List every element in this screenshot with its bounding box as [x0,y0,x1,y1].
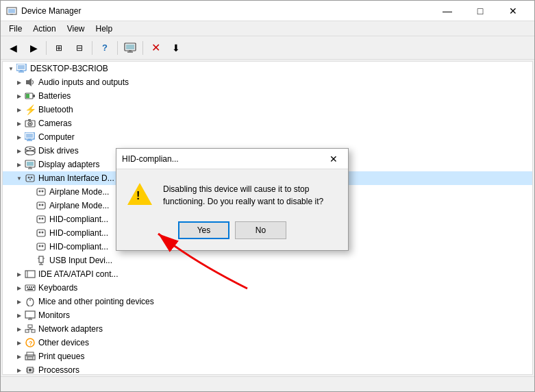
dialog-body: Disabling this device will cause it to s… [116,169,348,216]
svg-line-74 [30,329,34,330]
svg-rect-29 [27,162,34,166]
yes-button[interactable]: Yes [178,221,229,239]
display-arrow: ▶ [14,159,25,170]
warning-icon [127,183,152,208]
svg-point-43 [39,218,41,220]
tree-network[interactable]: ▶ Network adapters [3,322,532,336]
dialog-buttons: Yes No [116,216,348,250]
svg-rect-1 [8,9,15,13]
toolbar-sep-4 [142,41,143,55]
bluetooth-icon: ⚡ [25,104,36,115]
hid-1-arrow: ▶ [25,214,36,225]
tree-usb[interactable]: ▶ USB Input Devi... [3,254,532,267]
menu-file[interactable]: File [3,21,27,36]
ide-label: IDE ATA/ATAPI cont... [38,269,118,279]
menu-view[interactable]: View [62,21,90,36]
toolbar-scan[interactable]: ⬇ [166,39,186,57]
monitors-arrow: ▶ [14,310,25,321]
hid-3-label: HID-compliant... [49,242,108,252]
toolbar-help[interactable]: ? [95,39,114,57]
print-arrow: ▶ [14,351,25,362]
hid-3-icon [36,241,47,252]
audio-label: Audio inputs and outputs [38,77,129,87]
maximize-button[interactable]: □ [464,1,496,21]
svg-point-49 [39,245,41,247]
keyboards-arrow: ▶ [14,282,25,293]
processors-arrow: ▶ [14,365,25,375]
svg-rect-69 [28,325,32,328]
tree-audio[interactable]: ▶ Audio inputs and outputs [3,75,532,89]
svg-rect-81 [29,369,32,371]
menu-action[interactable]: Action [27,21,61,36]
no-button[interactable]: No [235,221,286,239]
ide-arrow: ▶ [14,269,25,280]
svg-point-35 [29,179,31,180]
hid-1-label: HID-compliant... [49,215,108,224]
svg-rect-45 [37,230,45,236]
svg-rect-4 [126,45,134,49]
tree-computer[interactable]: ▶ Computer [3,130,532,144]
computer-icon [25,132,36,143]
cameras-icon [25,118,36,129]
tree-other[interactable]: ▶ ? Other devices [3,336,532,350]
monitors-label: Monitors [38,310,70,320]
hid-arrow: ▼ [14,173,25,184]
tree-mice[interactable]: ▶ Mice and other pointing devices [3,295,532,308]
processors-label: Processors [38,365,79,375]
keyboards-label: Keyboards [38,283,77,293]
svg-rect-60 [29,286,30,288]
tree-monitors[interactable]: ▶ Monitors [3,308,532,322]
svg-point-27 [29,148,32,149]
dialog-close-button[interactable]: ✕ [325,150,343,168]
svg-point-41 [42,204,44,206]
tree-cameras[interactable]: ▶ Cameras [3,117,532,130]
toolbar-remove[interactable]: ✕ [146,39,165,57]
window-title: Device Manager [21,6,432,16]
tree-ide[interactable]: ▶ IDE ATA/ATAPI cont... [3,267,532,281]
svg-rect-66 [25,311,35,318]
toolbar-forward[interactable]: ▶ [24,39,43,57]
svg-rect-36 [37,188,45,195]
svg-text:?: ? [29,340,33,347]
svg-rect-8 [18,65,25,69]
tree-batteries[interactable]: ▶ Batteries [3,89,532,103]
window-controls: — □ ✕ [432,1,529,21]
print-label: Print queues [38,352,84,361]
toolbar-collapse[interactable]: ⊟ [70,39,89,57]
tree-bluetooth[interactable]: ▶ ⚡ Bluetooth [3,103,532,117]
tree-processors[interactable]: ▶ Processors [3,363,532,375]
ide-icon [25,269,36,280]
svg-point-47 [42,232,44,234]
toolbar-computer[interactable] [121,39,140,57]
minimize-button[interactable]: — [432,1,463,21]
airplane-2-arrow: ▶ [25,200,36,211]
svg-rect-56 [25,271,35,278]
mice-arrow: ▶ [14,296,25,307]
toolbar-sep-2 [92,41,92,55]
monitors-icon [25,310,36,321]
confirm-dialog: HID-complian... ✕ Disabling this device … [116,148,349,251]
menu-help[interactable]: Help [90,21,119,36]
svg-point-40 [39,204,41,206]
svg-rect-39 [37,202,45,209]
close-button[interactable]: ✕ [497,1,529,21]
bluetooth-arrow: ▶ [14,104,25,115]
mice-label: Mice and other pointing devices [38,297,154,306]
airplane-2-icon [36,200,47,211]
svg-point-46 [39,232,41,234]
audio-icon [25,77,36,88]
bluetooth-label: Bluetooth [38,105,73,114]
airplane-1-arrow: ▶ [25,186,36,197]
hid-2-arrow: ▶ [25,228,36,238]
toolbar-back[interactable]: ◀ [3,39,23,57]
svg-rect-14 [26,94,29,98]
svg-point-26 [25,151,35,155]
svg-marker-11 [26,78,32,86]
device-manager-window: Device Manager — □ ✕ File Action View He… [0,0,535,392]
airplane-1-label: Airplane Mode... [49,187,109,197]
svg-rect-71 [32,330,35,332]
tree-root[interactable]: ▼ DESKTOP-B3CRIOB [3,62,532,75]
tree-keyboards[interactable]: ▶ Keyboards [3,281,532,295]
toolbar-expand[interactable]: ⊞ [49,39,69,57]
tree-print[interactable]: ▶ Print queues [3,350,532,363]
